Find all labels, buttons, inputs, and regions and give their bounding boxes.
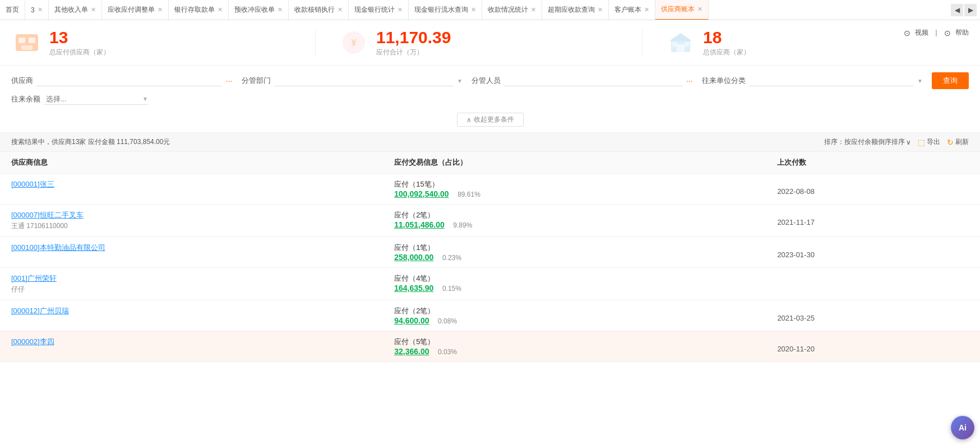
nav-tab-t1-close[interactable]: ✕: [38, 6, 43, 13]
summary-text-suppliers: 13 总应付供应商（家）: [49, 28, 110, 57]
nav-tab-t1-label: 3: [31, 6, 35, 14]
tx-amount-0[interactable]: 100,092,540.00: [394, 189, 449, 198]
nav-tab-t8[interactable]: 现金银行流水查询 ✕: [409, 0, 482, 20]
supplier-link-2[interactable]: [000100]本特勤油品有限公司: [11, 243, 105, 252]
dept-filter-input[interactable]: [274, 75, 454, 86]
category-dropdown-icon[interactable]: ▼: [917, 78, 923, 84]
supplier-icon: [11, 27, 43, 58]
nav-tab-t3-label: 应收应付调整单: [108, 5, 155, 15]
amount-icon: ¥: [338, 27, 369, 58]
nav-tab-t10-close[interactable]: ✕: [598, 6, 603, 13]
summary-text-total: 18 总供应商（家）: [703, 28, 750, 57]
balance-filter-label: 往来余额: [11, 94, 40, 104]
tx-amount-1[interactable]: 11,051,486.00: [394, 220, 445, 229]
ai-badge[interactable]: Ai: [951, 416, 974, 439]
tx-amount-3[interactable]: 164,635.90: [394, 284, 433, 293]
video-link[interactable]: 视频: [915, 28, 928, 38]
nav-tab-t2-label: 其他收入单: [54, 5, 88, 15]
filter-category: 往来单位分类 ▼: [702, 75, 923, 86]
nav-tab-t1[interactable]: 3 ✕: [25, 0, 49, 20]
person-filter-dots[interactable]: ···: [686, 76, 693, 85]
nav-tab-t10[interactable]: 超期应收款查询 ✕: [542, 0, 609, 20]
balance-filter-input[interactable]: [44, 94, 142, 104]
query-button[interactable]: 查询: [932, 72, 969, 89]
nav-tab-t2[interactable]: 其他收入单 ✕: [49, 0, 102, 20]
nav-tab-t12-close[interactable]: ✕: [697, 6, 702, 13]
balance-dropdown-icon[interactable]: ▼: [142, 96, 148, 102]
tx-amount-5[interactable]: 32,366.00: [394, 347, 429, 356]
svg-rect-10: [685, 42, 689, 47]
last-pay-3: [777, 274, 969, 281]
table-row: [000007]恒旺二手叉车 王通 17106110000 应付（2笔） 11,…: [0, 205, 980, 237]
nav-next-button[interactable]: ▶: [964, 4, 977, 16]
total-supplier-label: 总供应商（家）: [703, 48, 750, 57]
nav-tab-t9[interactable]: 收款情况统计 ✕: [482, 0, 542, 20]
tx-label-4: 应付（2笔）: [394, 306, 777, 316]
nav-tab-t2-close[interactable]: ✕: [91, 6, 96, 13]
result-actions: 排序：按应付余额倒序排序 ∨ ⬚ 导出 ↻ 刷新: [824, 137, 969, 147]
supplier-link-0[interactable]: [000001]张三: [11, 180, 54, 188]
summary-bar: 13 总应付供应商（家） ¥ 11,170.39 应付合计（万）: [0, 20, 980, 66]
nav-tab-t6-close[interactable]: ✕: [338, 6, 343, 13]
export-label: 导出: [927, 137, 940, 147]
nav-tab-t3[interactable]: 应收应付调整单 ✕: [102, 0, 169, 20]
dept-dropdown-icon[interactable]: ▼: [457, 78, 463, 84]
summary-text-amount: 11,170.39 应付合计（万）: [376, 28, 451, 57]
summary-block-amount: ¥ 11,170.39 应付合计（万）: [338, 27, 620, 58]
total-amount: 11,170.39: [376, 28, 451, 47]
last-pay-5: 2020-11-20: [777, 337, 969, 353]
supplier-link-4[interactable]: [000012]广州贝瑞: [11, 307, 69, 315]
collapse-bar: ∧ 收起更多条件: [11, 109, 969, 128]
nav-tab-t5-close[interactable]: ✕: [278, 6, 283, 13]
sort-link[interactable]: 排序：按应付余额倒序排序 ∨: [824, 137, 911, 147]
top-nav: 首页 3 ✕ 其他收入单 ✕ 应收应付调整单 ✕ 银行存取款单 ✕ 预收冲应收单…: [0, 0, 980, 20]
help-link[interactable]: 帮助: [955, 28, 969, 38]
refresh-button[interactable]: ↻ 刷新: [947, 137, 969, 147]
nav-tab-t7[interactable]: 现金银行统计 ✕: [349, 0, 409, 20]
supplier-link-5[interactable]: [000002]李四: [11, 337, 54, 346]
nav-tab-t4[interactable]: 银行存取款单 ✕: [169, 0, 229, 20]
supplier-filter-label: 供应商: [11, 76, 33, 86]
tx-percent-5: 0.03%: [438, 348, 457, 356]
collapse-button[interactable]: ∧ 收起更多条件: [457, 113, 524, 127]
table-header-col2: 应付交易信息（占比）: [394, 157, 777, 168]
nav-tab-t5[interactable]: 预收冲应收单 ✕: [229, 0, 289, 20]
svg-rect-3: [21, 45, 33, 50]
svg-rect-1: [19, 38, 25, 43]
transaction-info-5: 应付（5笔） 32,366.00 0.03%: [394, 337, 777, 356]
supplier-info-5: [000002]李四: [11, 337, 394, 347]
nav-tab-t11[interactable]: 客户账本 ✕: [609, 0, 655, 20]
nav-tab-t9-close[interactable]: ✕: [531, 6, 536, 13]
export-button[interactable]: ⬚ 导出: [918, 137, 940, 147]
nav-tab-t11-close[interactable]: ✕: [644, 6, 649, 13]
person-filter-input[interactable]: [504, 75, 683, 86]
nav-tab-t6[interactable]: 收款核销执行 ✕: [289, 0, 349, 20]
nav-tab-t3-close[interactable]: ✕: [158, 6, 163, 13]
data-table: 供应商信息 应付交易信息（占比） 上次付数 [000001]张三 应付（15笔）…: [0, 152, 980, 445]
dept-filter-label: 分管部门: [242, 76, 271, 86]
tx-amount-4[interactable]: 94,600.00: [394, 316, 429, 325]
nav-tab-t7-label: 现金银行统计: [354, 5, 395, 15]
nav-tab-t7-close[interactable]: ✕: [397, 6, 403, 13]
nav-tab-home[interactable]: 首页: [0, 0, 25, 20]
table-row: [000001]张三 应付（15笔） 100,092,540.00 89.61%…: [0, 174, 980, 205]
tx-amount-2[interactable]: 258,000.00: [394, 253, 433, 262]
supplier-count: 13: [49, 28, 110, 47]
tx-percent-2: 0.23%: [442, 254, 461, 262]
result-info-text: 搜索结果中，供应商13家 应付金额 111,703,854.00元: [11, 137, 170, 147]
supplier-info-1: [000007]恒旺二手叉车 王通 17106110000: [11, 210, 394, 231]
nav-tab-t8-close[interactable]: ✕: [471, 6, 476, 13]
supplier-link-1[interactable]: [000007]恒旺二手叉车: [11, 211, 84, 219]
nav-tab-t12[interactable]: 供应商账本 ✕: [655, 0, 709, 20]
filter-section: 供应商 ··· 分管部门 ▼ 分管人员 ··· 往来单位分类 ▼ 查询 往来余额…: [0, 66, 980, 133]
supplier-filter-dots[interactable]: ···: [226, 76, 233, 85]
category-filter-input[interactable]: [749, 75, 914, 86]
supplier-filter-input[interactable]: [36, 75, 223, 86]
nav-prev-button[interactable]: ◀: [951, 4, 963, 16]
nav-tab-t4-close[interactable]: ✕: [218, 6, 223, 13]
tx-label-5: 应付（5笔）: [394, 337, 777, 347]
svg-rect-8: [677, 44, 685, 52]
total-amount-label: 应付合计（万）: [376, 48, 451, 57]
transaction-info-0: 应付（15笔） 100,092,540.00 89.61%: [394, 179, 777, 198]
supplier-link-3[interactable]: [001]广州荣轩: [11, 274, 57, 282]
